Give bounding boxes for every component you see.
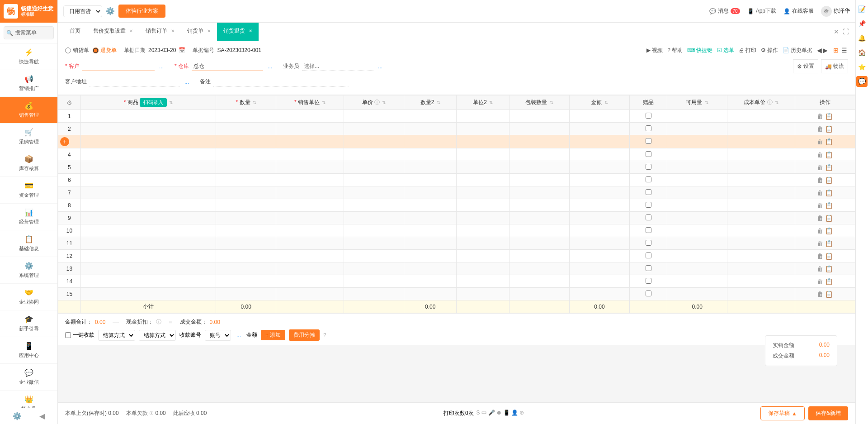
qty-cell[interactable] xyxy=(216,123,276,135)
unit-cell[interactable] xyxy=(276,262,344,275)
qty2-cell[interactable] xyxy=(404,199,457,212)
sort-qty-icon[interactable]: ⇅ xyxy=(253,100,256,105)
qty2-cell[interactable] xyxy=(404,148,457,161)
available-cell[interactable] xyxy=(667,186,727,199)
unit-cell[interactable] xyxy=(276,135,344,148)
available-cell[interactable] xyxy=(667,174,727,186)
copy-row-btn[interactable]: 📋 xyxy=(825,240,833,247)
gift-cell[interactable] xyxy=(629,110,667,123)
pack-qty-cell[interactable] xyxy=(509,135,569,148)
onepay-checkbox-label[interactable]: 一键收款 xyxy=(65,331,94,339)
amount-cell[interactable] xyxy=(569,237,629,250)
save-draft-btn[interactable]: 保存草稿 ▲ xyxy=(760,406,805,420)
address-ellipsis-btn[interactable]: ... xyxy=(183,79,191,85)
search-menu-button[interactable]: 🔍 搜索菜单 xyxy=(4,26,54,39)
product-cell[interactable] xyxy=(80,224,216,237)
tab-sales-return[interactable]: 销货退货 ✕ xyxy=(217,23,259,41)
warehouse-input[interactable] xyxy=(192,62,263,71)
account-ellipsis-btn[interactable]: ... xyxy=(235,332,243,338)
qty-cell[interactable] xyxy=(216,250,276,262)
sidebar-item-guide[interactable]: 🎓 新手引导 xyxy=(0,310,57,337)
qty2-cell[interactable] xyxy=(404,110,457,123)
topbar-gear-icon[interactable]: ⚙️ xyxy=(106,7,115,15)
gift-cell[interactable] xyxy=(629,148,667,161)
pack-qty-cell[interactable] xyxy=(509,110,569,123)
delete-row-btn[interactable]: 🗑 xyxy=(817,252,823,260)
unit2-cell[interactable] xyxy=(457,288,509,300)
tab-close-price[interactable]: ✕ xyxy=(129,29,133,33)
amount-cell[interactable] xyxy=(569,148,629,161)
logistics-btn[interactable]: 🚚 物流 xyxy=(821,59,848,73)
amount-cell[interactable] xyxy=(569,123,629,135)
unit2-cell[interactable] xyxy=(457,123,509,135)
copy-row-btn[interactable]: 📋 xyxy=(825,164,833,171)
cost-price-cell[interactable] xyxy=(727,262,795,275)
price-cell[interactable] xyxy=(344,199,404,212)
delete-row-btn[interactable]: 🗑 xyxy=(817,189,823,196)
pack-qty-cell[interactable] xyxy=(509,123,569,135)
settings-bottom-icon[interactable]: ⚙️ xyxy=(13,412,22,420)
history-btn[interactable]: 📄 历史单据 xyxy=(783,47,812,54)
right-panel-home-btn[interactable]: 🏠 xyxy=(856,47,868,58)
price-cell[interactable] xyxy=(344,250,404,262)
price-cell[interactable] xyxy=(344,148,404,161)
gift-cell[interactable] xyxy=(629,288,667,300)
qty2-cell[interactable] xyxy=(404,123,457,135)
cost-price-cell[interactable] xyxy=(727,123,795,135)
available-cell[interactable] xyxy=(667,135,727,148)
pack-qty-cell[interactable] xyxy=(509,186,569,199)
unit2-cell[interactable] xyxy=(457,275,509,288)
amount-cell[interactable] xyxy=(569,186,629,199)
delete-row-btn[interactable]: 🗑 xyxy=(817,278,823,285)
amount-cell[interactable] xyxy=(569,135,629,148)
save-new-btn[interactable]: 保存&新增 xyxy=(808,406,848,420)
available-cell[interactable] xyxy=(667,148,727,161)
pack-qty-cell[interactable] xyxy=(509,148,569,161)
qty2-cell[interactable] xyxy=(404,212,457,224)
copy-row-btn[interactable]: 📋 xyxy=(825,265,833,272)
tab-sales-invoice[interactable]: 销货单 ✕ xyxy=(181,23,217,41)
qty2-cell[interactable] xyxy=(404,237,457,250)
price-cell[interactable] xyxy=(344,275,404,288)
unit-cell[interactable] xyxy=(276,275,344,288)
sidebar-item-operation[interactable]: 📊 经营管理 xyxy=(0,204,57,230)
gift-cell[interactable] xyxy=(629,135,667,148)
right-panel-notes-btn[interactable]: 📝 xyxy=(856,4,868,14)
qty-cell[interactable] xyxy=(216,199,276,212)
unit-cell[interactable] xyxy=(276,212,344,224)
tab-close-order[interactable]: ✕ xyxy=(171,29,175,33)
staff-ellipsis-btn[interactable]: ... xyxy=(376,63,384,70)
split-btn[interactable]: 费用分摊 xyxy=(289,329,320,341)
price-cell[interactable] xyxy=(344,174,404,186)
tab-close-return[interactable]: ✕ xyxy=(249,29,252,33)
pack-qty-cell[interactable] xyxy=(509,288,569,300)
user-profile[interactable]: 徐 徐泽华 xyxy=(821,6,850,17)
sidebar-item-base-info[interactable]: 📋 基础信息 xyxy=(0,230,57,257)
qty2-cell[interactable] xyxy=(404,161,457,174)
price-cell[interactable] xyxy=(344,110,404,123)
address-input[interactable] xyxy=(90,77,180,86)
sidebar-item-purchase[interactable]: 🛒 采购管理 xyxy=(0,124,57,150)
sidebar-item-enterprise[interactable]: 🤝 企业协同 xyxy=(0,284,57,310)
product-cell[interactable] xyxy=(80,262,216,275)
sidebar-item-finance[interactable]: 💳 资金管理 xyxy=(0,177,57,204)
unit2-cell[interactable] xyxy=(457,148,509,161)
gear-icon[interactable]: ⚙ xyxy=(66,99,72,106)
qty-cell[interactable] xyxy=(216,110,276,123)
delete-row-btn[interactable]: 🗑 xyxy=(817,176,823,184)
delete-row-btn[interactable]: 🗑 xyxy=(817,113,823,120)
copy-row-btn[interactable]: 📋 xyxy=(825,189,833,196)
qty2-cell[interactable] xyxy=(404,262,457,275)
pack-qty-cell[interactable] xyxy=(509,174,569,186)
unit-cell[interactable] xyxy=(276,123,344,135)
customer-ellipsis-btn[interactable]: ... xyxy=(157,63,165,70)
qty-cell[interactable] xyxy=(216,288,276,300)
copy-row-btn[interactable]: 📋 xyxy=(825,151,833,158)
pack-qty-cell[interactable] xyxy=(509,237,569,250)
cost-price-cell[interactable] xyxy=(727,237,795,250)
qty2-cell[interactable] xyxy=(404,250,457,262)
qty-cell[interactable] xyxy=(216,135,276,148)
unit-cell[interactable] xyxy=(276,237,344,250)
qty2-cell[interactable] xyxy=(404,135,457,148)
delete-row-btn[interactable]: 🗑 xyxy=(817,164,823,171)
